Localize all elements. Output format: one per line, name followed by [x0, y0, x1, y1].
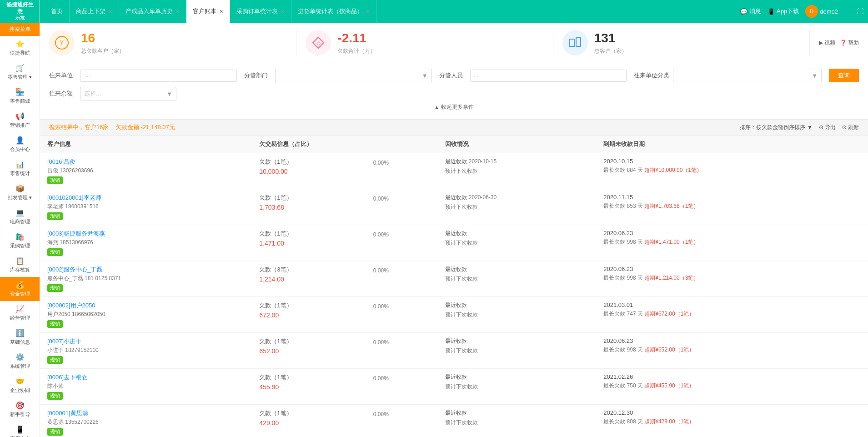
app-download-btn[interactable]: 📱 App下载: [768, 7, 799, 15]
supplier-input[interactable]: ···: [80, 70, 237, 82]
tab-product-off[interactable]: 商品上下架 ✕: [70, 0, 119, 23]
customer-name[interactable]: [0007]小进干: [47, 337, 245, 346]
due-date: 2021.03.01: [603, 301, 861, 308]
sidebar-item-finance[interactable]: 💰 资金管理: [0, 277, 40, 301]
person-input[interactable]: ···: [470, 70, 627, 82]
svg-text:¥: ¥: [60, 39, 64, 46]
chevron-down-icon3: ▼: [166, 90, 172, 97]
sidebar-item-batch-mgmt[interactable]: 📦 批发管理 ▾: [0, 181, 40, 205]
customer-name[interactable]: [000001]黄思源: [47, 409, 245, 417]
help-btn[interactable]: ❓ 帮助: [840, 39, 859, 47]
message-btn[interactable]: 💬 消息: [740, 7, 761, 15]
sidebar-item-operations[interactable]: 📈 经营管理: [0, 301, 40, 325]
due-date: 2021.02.26: [603, 373, 861, 380]
search-button[interactable]: 查询: [829, 69, 859, 82]
topbar: 首页 商品上下架 ✕ 产成品入库单历史 ✕ 客户账本 ✕ 采购订单统计表 ✕: [40, 0, 868, 23]
overdue-info: 最长欠款 884 天 超期¥10,000.00（1笔）: [603, 166, 861, 174]
sidebar: 畅捷通好生意示范 搜索菜单 ⭐ 快捷导航 🛒 零售管理 ▾ 🏪 零售商城 📢 营…: [0, 0, 40, 437]
customer-name[interactable]: [0001020001]李老师: [47, 194, 245, 202]
tab-purchase-stats[interactable]: 进货单统计表（按商品） ✕: [291, 0, 376, 23]
customer-info-cell: [0006]去下粮仓 陈小帅 现销: [40, 369, 252, 405]
customer-name[interactable]: [0006]去下粮仓: [47, 373, 245, 382]
recovery-cell: 最近收款 预计下次收款: [438, 369, 596, 405]
overdue-link[interactable]: 超期¥652.00（1笔）: [644, 347, 694, 353]
help-icon: ❓: [840, 40, 847, 46]
export-btn[interactable]: ⊙ 导出: [819, 124, 836, 131]
table-row: [0016]吕俊 吕俊 13026203696 现销 欠款（1笔） 10,000…: [40, 153, 868, 189]
debt-amount: 1,214.00: [259, 276, 358, 283]
next-payment: 预计下次收款: [445, 311, 589, 319]
tab-close-customer-account[interactable]: ✕: [219, 9, 223, 15]
overdue-link[interactable]: 超期¥10,000.00（1笔）: [644, 167, 702, 173]
sidebar-item-retail-mgmt[interactable]: 🛒 零售管理 ▾: [0, 60, 40, 84]
balance-select[interactable]: 选择... ▼: [80, 87, 176, 100]
last-payment-date: 2020-06-30: [469, 194, 497, 201]
user-menu[interactable]: D demo2: [805, 5, 838, 18]
tab-close-product-history[interactable]: ✕: [176, 9, 180, 15]
sidebar-search-menu[interactable]: 搜索菜单: [0, 23, 40, 36]
overdue-link[interactable]: 超期¥1,214.00（3笔）: [644, 275, 699, 281]
debt-count: 欠款（1笔）: [259, 409, 358, 417]
customer-name[interactable]: [0003]畅捷服务尹海燕: [47, 230, 245, 238]
customer-tag: 现销: [47, 320, 63, 328]
debt-amount: 1,471.00: [259, 240, 358, 247]
tab-home[interactable]: 首页: [45, 0, 70, 23]
debt-amount: 429.00: [259, 419, 358, 427]
sort-dropdown[interactable]: 排序：按欠款金额倒序排序 ▼: [740, 124, 813, 131]
sidebar-item-marketing[interactable]: 📢 营销推广: [0, 108, 40, 132]
person-label: 分管人员: [439, 71, 467, 80]
video-btn[interactable]: ▶ 视频: [819, 39, 835, 47]
due-date-cell: 2021.03.01 最长欠款 747 天 超期¥672.00（1笔）: [596, 297, 868, 333]
sidebar-item-system[interactable]: ⚙️ 系统管理: [0, 349, 40, 373]
sidebar-item-quick-nav[interactable]: ⭐ 快捷导航: [0, 36, 40, 60]
sidebar-item-enterprise[interactable]: 🤝 企业协同: [0, 373, 40, 397]
overdue-info: 最长欠款 998 天 超期¥652.00（1笔）: [603, 346, 861, 354]
tab-product-history[interactable]: 产成品入库单历史 ✕: [119, 0, 186, 23]
col-recovery: 回收情况: [438, 136, 596, 153]
tab-close-product-off[interactable]: ✕: [108, 9, 112, 15]
tab-customer-account[interactable]: 客户账本 ✕: [186, 0, 230, 23]
debt-count: 欠款（1笔）: [259, 230, 358, 238]
sidebar-item-newbie[interactable]: 🎯 新手引导: [0, 397, 40, 422]
message-icon: 💬: [740, 8, 748, 15]
customer-info-cell: [0003]畅捷服务尹海燕 海燕 18513066976 现销: [40, 225, 252, 261]
tab-purchase-order[interactable]: 采购订单统计表 ✕: [230, 0, 291, 23]
next-payment: 预计下次收款: [445, 167, 589, 175]
sidebar-item-apps[interactable]: 📱 应用中心: [0, 422, 40, 437]
tab-close-purchase-stats[interactable]: ✕: [366, 9, 370, 15]
debt-customers-label: 总欠款客户（家）: [81, 47, 125, 55]
star-icon: ⭐: [15, 40, 25, 48]
customer-name[interactable]: [000002]用户2050: [47, 301, 245, 310]
refresh-btn[interactable]: ⊙ 刷新: [842, 124, 859, 131]
debt-ratio: 0.00%: [373, 411, 431, 417]
debt-amount-label: 欠款合计（万）: [337, 47, 376, 55]
supplier-type-select[interactable]: ▼: [673, 69, 822, 82]
customer-name[interactable]: [0002]服务中心_丁磊: [47, 266, 245, 274]
svg-rect-3: [570, 39, 574, 46]
customer-name[interactable]: [0016]吕俊: [47, 158, 245, 166]
overdue-link[interactable]: 超期¥429.00（1笔）: [644, 418, 694, 425]
maximize-btn[interactable]: ⛶: [857, 8, 863, 15]
sidebar-item-purchase[interactable]: 🛍️ 采购管理: [0, 229, 40, 253]
debt-amount: 10,000.00: [259, 168, 358, 175]
department-select[interactable]: ▼: [275, 69, 432, 82]
tab-close-purchase-order[interactable]: ✕: [281, 9, 285, 15]
overdue-link[interactable]: 超期¥1,471.00（1笔）: [644, 239, 699, 245]
debt-amount-icon: ◇: [306, 30, 331, 55]
sidebar-item-ecommerce[interactable]: 💻 电商管理: [0, 205, 40, 229]
overdue-link[interactable]: 超期¥1,703.68（1笔）: [644, 203, 699, 209]
overdue-link[interactable]: 超期¥455.90（1笔）: [644, 382, 694, 389]
debt-info-cell: 欠款（3笔） 1,214.00: [252, 261, 366, 297]
recovery-cell: 最近收款 2020-10-15 预计下次收款: [438, 153, 596, 189]
minimize-btn[interactable]: —: [848, 8, 854, 15]
sidebar-item-retail-stats[interactable]: 📊 零售统计: [0, 156, 40, 181]
sidebar-item-basic-info[interactable]: ℹ️ 基础信息: [0, 325, 40, 349]
sidebar-item-inventory[interactable]: 📋 库存核算: [0, 253, 40, 277]
debt-ratio: 0.00%: [373, 196, 431, 202]
customer-tag: 现销: [47, 248, 63, 256]
sidebar-item-member[interactable]: 👤 会员中心: [0, 132, 40, 156]
overdue-link[interactable]: 超期¥672.00（1笔）: [644, 311, 694, 317]
sidebar-item-retail-mall[interactable]: 🏪 零售商城: [0, 84, 40, 108]
topbar-right: 💬 消息 📱 App下载 D demo2 — ⛶: [740, 5, 863, 18]
collapse-btn[interactable]: ▲ 收起更多条件: [49, 100, 859, 114]
